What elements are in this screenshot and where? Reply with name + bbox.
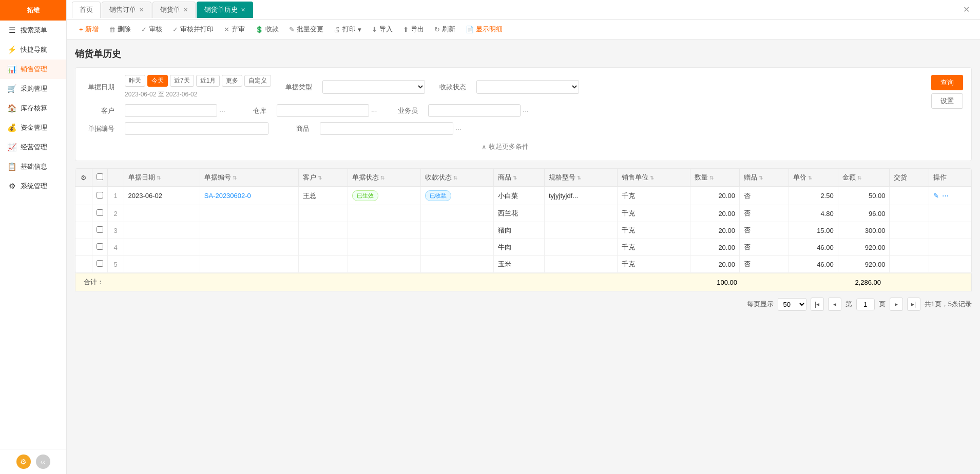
row-checkbox[interactable] <box>97 226 103 233</box>
sidebar-item-sys-admin[interactable]: ⚙ 系统管理 <box>0 176 66 196</box>
sidebar-item-inventory[interactable]: 🏠 库存核算 <box>0 98 66 118</box>
date-btn-custom[interactable]: 自定义 <box>244 75 271 87</box>
import-button[interactable]: ⬇ 导入 <box>368 23 397 36</box>
row-checkbox[interactable] <box>97 192 103 199</box>
receive-label: 收款 <box>265 25 279 34</box>
page-first-btn[interactable]: |◂ <box>811 298 824 311</box>
export-button[interactable]: ⬆ 导出 <box>399 23 428 36</box>
payment-status-select[interactable] <box>476 80 579 94</box>
page-input[interactable] <box>856 299 875 310</box>
date-btn-7days[interactable]: 近7天 <box>170 75 194 87</box>
delete-button[interactable]: 🗑 删除 <box>105 23 135 36</box>
td-gift: 否 <box>739 205 789 222</box>
abandon-icon: ✕ <box>224 26 229 33</box>
th-customer[interactable]: 客户⇅ <box>298 169 348 187</box>
page-next-btn[interactable]: ▸ <box>890 298 903 311</box>
new-button[interactable]: + 新增 <box>75 23 103 36</box>
doc-no-input[interactable] <box>125 122 268 135</box>
td-payment-status: 已收款 <box>420 187 493 205</box>
refresh-icon: ↻ <box>434 26 440 33</box>
th-gift[interactable]: 赠品⇅ <box>739 169 789 187</box>
td-spec <box>545 222 618 239</box>
tab-home[interactable]: 首页 <box>72 2 101 18</box>
th-sales-unit[interactable]: 销售单位⇅ <box>618 169 690 187</box>
doc-no-link[interactable]: SA-20230602-0 <box>204 192 251 200</box>
delete-label: 删除 <box>118 25 131 34</box>
th-gear[interactable]: ⚙ <box>75 169 92 187</box>
warehouse-label: 仓库 <box>236 106 266 115</box>
row-checkbox[interactable] <box>97 209 103 216</box>
goods-input[interactable] <box>320 122 453 135</box>
sidebar-collapse-btn[interactable]: ‹‹ <box>36 455 50 469</box>
date-btn-1month[interactable]: 近1月 <box>196 75 220 87</box>
warehouse-dots[interactable]: ··· <box>371 107 377 115</box>
th-doc-no[interactable]: 单据编号⇅ <box>200 169 298 187</box>
th-qty[interactable]: 数量⇅ <box>690 169 740 187</box>
audit-print-button[interactable]: ✓ 审核并打印 <box>168 23 218 36</box>
sidebar-item-label: 搜索菜单 <box>21 26 47 35</box>
tabs-bar: 首页 销售订单 ✕ 销货单 ✕ 销货单历史 ✕ ✕ <box>67 0 980 19</box>
page-size-select[interactable]: 50 20 100 <box>778 298 806 311</box>
footer-total-amount: 2,286.00 <box>819 279 881 286</box>
batch-change-button[interactable]: ✎ 批量变更 <box>285 23 328 36</box>
td-row-num: 1 <box>107 187 124 205</box>
salesperson-dots[interactable]: ··· <box>523 107 529 115</box>
customer-dots[interactable]: ··· <box>219 107 225 115</box>
th-doc-date[interactable]: 单据日期⇅ <box>124 169 200 187</box>
tab-sales-delivery[interactable]: 销货单 ✕ <box>152 2 196 18</box>
td-payment-status <box>420 222 493 239</box>
sidebar-settings-btn[interactable]: ⚙ <box>16 455 31 469</box>
td-checkbox <box>92 187 107 205</box>
th-amount[interactable]: 金额⇅ <box>838 169 890 187</box>
tab-sales-history-close[interactable]: ✕ <box>241 7 245 13</box>
row-checkbox[interactable] <box>97 243 103 250</box>
tab-sales-history[interactable]: 销货单历史 ✕ <box>197 2 253 18</box>
td-spec: tyjyjtyjdf... <box>545 187 618 205</box>
th-doc-status[interactable]: 单据状态⇅ <box>348 169 420 187</box>
td-doc-date: 2023-06-02 <box>124 187 200 205</box>
salesperson-input[interactable] <box>428 104 521 117</box>
sidebar-item-basic-info[interactable]: 📋 基础信息 <box>0 157 66 176</box>
sidebar-item-purchase-mgmt[interactable]: 🛒 采购管理 <box>0 79 66 98</box>
date-btn-today[interactable]: 今天 <box>147 75 168 87</box>
audit-button[interactable]: ✓ 审核 <box>137 23 166 36</box>
sidebar-item-finance[interactable]: 💰 资金管理 <box>0 118 66 137</box>
td-qty: 20.00 <box>690 205 740 222</box>
tab-sales-order-close[interactable]: ✕ <box>139 7 144 13</box>
customer-input[interactable] <box>125 104 217 117</box>
tab-sales-order[interactable]: 销售订单 ✕ <box>102 2 151 18</box>
query-button[interactable]: 查询 <box>931 75 963 90</box>
th-spec[interactable]: 规格型号⇅ <box>545 169 618 187</box>
th-payment-status[interactable]: 收款状态⇅ <box>420 169 493 187</box>
page-prev-btn[interactable]: ◂ <box>828 298 841 311</box>
warehouse-input[interactable] <box>277 104 369 117</box>
filter-row-docno: 单据编号 商品 ··· <box>84 122 926 135</box>
refresh-button[interactable]: ↻ 刷新 <box>430 23 459 36</box>
window-close-btn[interactable]: ✕ <box>958 5 975 14</box>
td-doc-status <box>348 222 420 239</box>
sidebar-item-operations[interactable]: 📈 经营管理 <box>0 137 66 157</box>
goods-dots[interactable]: ··· <box>455 125 462 133</box>
td-customer <box>298 256 348 273</box>
tab-sales-delivery-close[interactable]: ✕ <box>183 7 188 13</box>
td-doc-date <box>124 205 200 222</box>
date-btn-yesterday[interactable]: 昨天 <box>125 75 145 87</box>
abandon-button[interactable]: ✕ 弃审 <box>220 23 249 36</box>
doc-type-select[interactable] <box>322 80 425 94</box>
print-button[interactable]: 🖨 打印 ▾ <box>330 23 366 36</box>
more-action-btn[interactable]: ⋯ <box>942 192 949 200</box>
settings-button[interactable]: 设置 <box>931 93 963 109</box>
select-all-checkbox[interactable] <box>97 173 103 180</box>
row-checkbox[interactable] <box>97 260 103 267</box>
sidebar-item-sales-mgmt[interactable]: 📊 销售管理 <box>0 60 66 79</box>
collapse-btn[interactable]: ∧ 收起更多条件 <box>84 140 926 153</box>
th-unit-price[interactable]: 单价⇅ <box>789 169 838 187</box>
th-goods[interactable]: 商品⇅ <box>493 169 544 187</box>
edit-action-btn[interactable]: ✎ <box>933 192 939 200</box>
sidebar-item-search-menu[interactable]: ☰ 搜索菜单 <box>0 21 66 40</box>
show-detail-button[interactable]: 📄 显示明细 <box>462 23 507 36</box>
sidebar-item-quick-nav[interactable]: ⚡ 快捷导航 <box>0 40 66 60</box>
date-btn-more[interactable]: 更多 <box>222 75 242 87</box>
receive-button[interactable]: 💲 收款 <box>251 23 283 36</box>
page-last-btn[interactable]: ▸| <box>907 298 920 311</box>
